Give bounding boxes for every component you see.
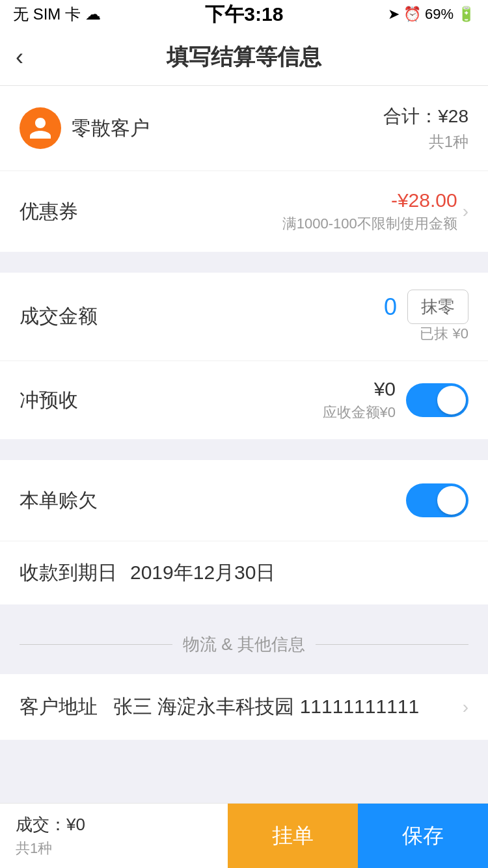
bottom-deal-label: 成交： xyxy=(16,815,66,834)
customer-left: 零散客户 xyxy=(20,107,150,149)
advance-amounts: ¥0 应收金额¥0 xyxy=(323,378,396,422)
back-button[interactable]: ‹ xyxy=(16,44,23,71)
customer-summary: 合计：¥28 共1种 xyxy=(383,104,468,152)
logistics-separator: 物流 & 其他信息 xyxy=(0,615,488,674)
address-chevron-icon: › xyxy=(463,697,468,718)
customer-row: 零散客户 合计：¥28 共1种 xyxy=(0,86,488,170)
deal-sub: 已抹 ¥0 xyxy=(384,324,468,344)
advance-right: ¥0 应收金额¥0 xyxy=(323,378,468,422)
status-right: ➤ ⏰ 69% 🔋 xyxy=(388,6,475,23)
avatar xyxy=(20,107,61,149)
bottom-deal-amount: ¥0 xyxy=(66,815,85,834)
location-icon: ➤ xyxy=(388,6,400,23)
total-amount: 合计：¥28 xyxy=(383,104,468,129)
address-section: 客户地址 张三 海淀永丰科技园 11111111111 › xyxy=(0,674,488,740)
status-bar: 无 SIM 卡 ☁ 下午3:18 ➤ ⏰ 69% 🔋 xyxy=(0,0,488,29)
due-date-row: 收款到期日 2019年12月30日 xyxy=(0,541,488,604)
address-row[interactable]: 客户地址 张三 海淀永丰科技园 11111111111 › xyxy=(0,674,488,740)
sep-line-right xyxy=(316,644,468,645)
coupon-right: -¥28.00 满1000-100不限制使用金额 › xyxy=(282,189,468,234)
sim-status: 无 SIM 卡 ☁ xyxy=(13,4,101,25)
save-button[interactable]: 保存 xyxy=(358,804,488,868)
coupon-label: 优惠券 xyxy=(20,198,78,225)
deal-value[interactable]: 0 xyxy=(384,293,397,321)
alarm-icon: ⏰ xyxy=(403,6,421,23)
customer-name: 零散客户 xyxy=(72,115,150,142)
advance-toggle[interactable] xyxy=(406,383,468,417)
deal-section: 成交金额 0 抹零 已抹 ¥0 冲预收 ¥0 应收金额¥0 xyxy=(0,273,488,439)
round-zero-button[interactable]: 抹零 xyxy=(407,290,468,324)
deal-label: 成交金额 xyxy=(20,303,98,330)
credit-toggle[interactable] xyxy=(406,483,468,517)
logistics-label: 物流 & 其他信息 xyxy=(183,633,305,656)
credit-label: 本单赊欠 xyxy=(20,487,98,514)
coupon-row[interactable]: 优惠券 -¥28.00 满1000-100不限制使用金额 › xyxy=(0,170,488,252)
chevron-right-icon: › xyxy=(463,201,468,222)
divider-2 xyxy=(0,450,488,460)
divider-1 xyxy=(0,262,488,273)
address-value: 张三 海淀永丰科技园 11111111111 xyxy=(113,694,463,720)
bottom-count: 共1种 xyxy=(16,839,212,858)
coupon-desc: 满1000-100不限制使用金额 xyxy=(282,214,457,234)
sep-line-left xyxy=(20,644,172,645)
nav-bar: ‹ 填写结算等信息 xyxy=(0,29,488,86)
advance-label: 冲预收 xyxy=(20,387,78,414)
bottom-deal: 成交：¥0 xyxy=(16,813,212,836)
toggle-knob xyxy=(437,386,466,414)
page-title: 填写结算等信息 xyxy=(167,42,321,72)
advance-row: 冲预收 ¥0 应收金额¥0 xyxy=(0,361,488,439)
coupon-amount: -¥28.00 xyxy=(282,189,457,211)
hold-button[interactable]: 挂单 xyxy=(228,804,358,868)
customer-section: 零散客户 合计：¥28 共1种 优惠券 -¥28.00 满1000-100不限制… xyxy=(0,86,488,252)
due-label: 收款到期日 xyxy=(20,560,117,586)
status-left: 无 SIM 卡 ☁ xyxy=(13,4,101,25)
battery-icon: 🔋 xyxy=(457,6,475,23)
bottom-bar: 成交：¥0 共1种 挂单 保存 xyxy=(0,803,488,868)
credit-section: 本单赊欠 收款到期日 2019年12月30日 xyxy=(0,460,488,604)
deal-row: 成交金额 0 抹零 已抹 ¥0 xyxy=(0,273,488,361)
status-time: 下午3:18 xyxy=(205,1,283,28)
deal-right: 0 抹零 xyxy=(384,290,468,324)
due-value[interactable]: 2019年12月30日 xyxy=(130,560,275,586)
total-count: 共1种 xyxy=(383,131,468,152)
bottom-summary: 成交：¥0 共1种 xyxy=(0,804,228,868)
battery-level: 69% xyxy=(425,6,454,23)
address-label: 客户地址 xyxy=(20,694,98,720)
advance-main: ¥0 xyxy=(323,378,396,400)
credit-row: 本单赊欠 xyxy=(0,460,488,541)
advance-sub: 应收金额¥0 xyxy=(323,403,396,422)
credit-toggle-knob xyxy=(437,486,466,515)
